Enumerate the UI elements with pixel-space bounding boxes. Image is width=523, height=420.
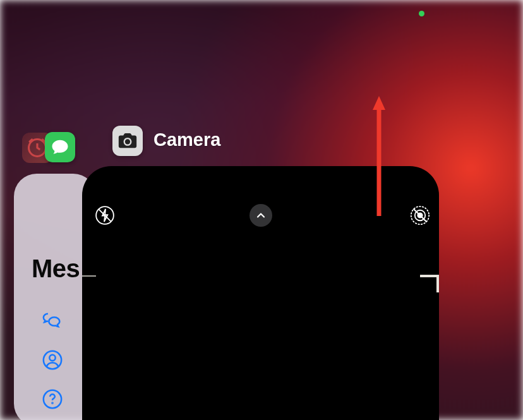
known-senders-icon	[42, 349, 63, 371]
viewfinder-corner-left-icon	[82, 270, 96, 282]
svg-point-4	[52, 403, 52, 404]
live-photo-off-icon[interactable]	[409, 205, 431, 226]
viewfinder-corner-right-icon	[420, 270, 443, 292]
camera-app-icon[interactable]	[112, 126, 143, 156]
camera-controls-expand-icon[interactable]	[249, 204, 272, 227]
camera-app-label: Camera	[153, 129, 220, 150]
flash-off-icon[interactable]	[95, 205, 115, 225]
chat-bubbles-icon	[42, 310, 63, 332]
messages-app-icon[interactable]	[45, 132, 75, 162]
unknown-senders-icon	[42, 388, 63, 410]
messages-filter-icons	[42, 310, 63, 410]
svg-point-2	[49, 355, 55, 361]
messages-card-title: Mes	[32, 255, 80, 283]
camera-privacy-indicator-icon	[419, 11, 424, 16]
